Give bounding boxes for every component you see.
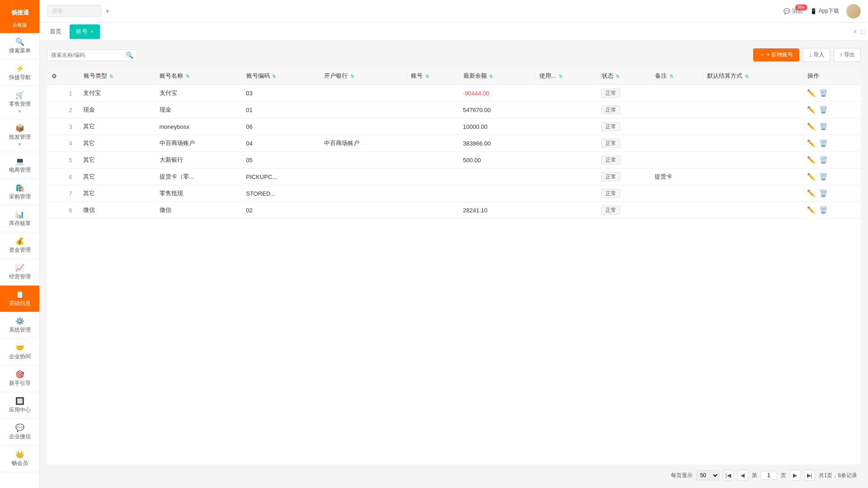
purchase-icon: 🛍️	[2, 183, 37, 192]
col-code[interactable]: 账号编码 ⇅	[242, 67, 321, 85]
sidebar-item-ecommerce-manage[interactable]: 💻 电商管理	[0, 152, 39, 179]
sidebar-item-label: 库存核算	[2, 220, 37, 227]
edit-button[interactable]: ✏️	[807, 139, 816, 147]
close-window-icon[interactable]: ×	[853, 28, 857, 35]
sort-icon: ⇅	[670, 74, 673, 79]
tab-close-icon[interactable]: ×	[90, 28, 94, 35]
col-type[interactable]: 账号类型 ⇅	[80, 67, 156, 85]
per-page-label: 每页显示	[671, 472, 693, 479]
sidebar-item-app-center[interactable]: 🔲 应用中心	[0, 392, 39, 419]
search-input[interactable]	[51, 52, 126, 58]
row-account	[407, 102, 459, 118]
edit-button[interactable]: ✏️	[807, 173, 816, 181]
delete-button[interactable]: 🗑️	[819, 89, 828, 97]
row-balance: 10000.00	[459, 118, 536, 135]
avatar[interactable]	[846, 4, 861, 19]
delete-button[interactable]: 🗑️	[819, 189, 828, 197]
row-index: 7	[61, 185, 80, 202]
row-action: ✏️ 🗑️	[803, 185, 861, 202]
col-default-settlement[interactable]: 默认结算方式 ⇅	[703, 67, 804, 85]
page-number-input[interactable]	[761, 471, 777, 480]
import-button[interactable]: ↓ 导入	[803, 48, 830, 62]
delete-button[interactable]: 🗑️	[819, 156, 828, 164]
delete-button[interactable]: 🗑️	[819, 173, 828, 181]
row-status: 正常	[598, 169, 651, 185]
table-row: 4 其它 中百商场账户 04 中百商场账户 383866.00 正常 ✏️ 🗑️	[47, 135, 861, 152]
sidebar-item-purchase-manage[interactable]: 🛍️ 采购管理	[0, 179, 39, 206]
sidebar-item-label: 系统管理	[2, 326, 37, 334]
sidebar-item-retail-manage[interactable]: 🛒 零售管理 ▼	[0, 86, 39, 119]
page-size-select[interactable]: 50 10 20 100	[696, 470, 719, 480]
col-status[interactable]: 状态 ⇅	[598, 67, 651, 85]
sort-icon: ⇅	[109, 74, 113, 79]
row-default-settlement	[703, 152, 804, 169]
sidebar-item-operation-manage[interactable]: 📈 经营管理	[0, 259, 39, 286]
row-type: 其它	[80, 118, 156, 135]
sidebar-item-label: 企业协同	[2, 353, 37, 361]
sidebar-item-label: 基础信息	[2, 300, 37, 307]
sidebar-item-label: 应用中心	[2, 406, 37, 414]
sidebar-item-system-manage[interactable]: ⚙️ 系统管理	[0, 312, 39, 339]
edit-button[interactable]: ✏️	[807, 122, 816, 131]
table-row: 7 其它 零售抵现 STORED... 正常 ✏️ 🗑️	[47, 185, 861, 202]
row-action: ✏️ 🗑️	[803, 202, 861, 219]
col-bank[interactable]: 开户银行 ⇅	[321, 67, 407, 85]
last-page-button[interactable]: ▶|	[804, 470, 815, 481]
row-balance: 500.00	[459, 152, 536, 169]
app-center-icon: 🔲	[2, 397, 37, 405]
edit-button[interactable]: ✏️	[807, 156, 816, 164]
delete-button[interactable]: 🗑️	[819, 139, 828, 147]
tab-account[interactable]: 账号 ×	[70, 24, 100, 39]
sidebar-item-enterprise-agreement[interactable]: 🤝 企业协同	[0, 339, 39, 366]
col-gear[interactable]: ⚙	[47, 67, 61, 85]
header-left: 搜索 ▼	[47, 5, 110, 17]
row-gear	[47, 102, 61, 118]
add-icon: ＋	[760, 51, 765, 59]
dropdown-icon: ▼	[105, 8, 110, 14]
delete-button[interactable]: 🗑️	[819, 122, 828, 131]
export-button[interactable]: ↑ 导出	[834, 48, 861, 62]
message-button[interactable]: 💬 消息 99+	[783, 7, 803, 15]
sidebar-item-label: 快捷导航	[2, 74, 37, 81]
first-page-button[interactable]: |◀	[723, 470, 734, 481]
col-account[interactable]: 账号 ⇅	[407, 67, 459, 85]
maximize-window-icon[interactable]: □	[861, 28, 864, 35]
status-badge: 正常	[601, 189, 620, 198]
app-download-button[interactable]: 📱 App下载	[810, 7, 839, 15]
delete-button[interactable]: 🗑️	[819, 106, 828, 114]
edit-button[interactable]: ✏️	[807, 106, 816, 114]
row-gear	[47, 152, 61, 169]
row-note	[651, 185, 703, 202]
col-usage[interactable]: 使用... ⇅	[536, 67, 598, 85]
prev-page-button[interactable]: ◀	[737, 470, 748, 481]
sidebar-item-enterprise-wechat[interactable]: 💬 企业微信	[0, 419, 39, 446]
row-default-settlement	[703, 85, 804, 102]
sidebar-item-new-guide[interactable]: 🎯 新手引导	[0, 366, 39, 392]
tab-home[interactable]: 首页	[43, 24, 68, 39]
edit-button[interactable]: ✏️	[807, 189, 816, 197]
row-code: 01	[242, 102, 321, 118]
sidebar-item-inventory-check[interactable]: 📊 库存核算	[0, 206, 39, 232]
col-name[interactable]: 账号名称 ⇅	[156, 67, 243, 85]
sidebar-item-capital-manage[interactable]: 💰 资金管理	[0, 232, 39, 259]
sidebar-item-member[interactable]: 👑 畅会员	[0, 446, 39, 472]
sidebar-item-shortcut[interactable]: ⚡ 快捷导航	[0, 60, 39, 86]
next-page-button[interactable]: ▶	[790, 470, 801, 481]
sidebar-item-basic-info[interactable]: 📋 基础信息	[0, 286, 39, 312]
row-balance: 28241.10	[459, 202, 536, 219]
delete-button[interactable]: 🗑️	[819, 206, 828, 214]
row-name: 零售抵现	[156, 185, 243, 202]
edit-button[interactable]: ✏️	[807, 89, 816, 97]
edit-button[interactable]: ✏️	[807, 206, 816, 214]
add-account-button[interactable]: ＋ + 新增账号	[753, 48, 799, 61]
sidebar-item-wholesale-manage[interactable]: 📦 批发管理 ▼	[0, 119, 39, 152]
sidebar-item-search-menu[interactable]: 🔍 搜索菜单	[0, 33, 39, 60]
row-type: 现金	[80, 102, 156, 118]
col-note[interactable]: 备注 ⇅	[651, 67, 703, 85]
col-balance[interactable]: 最新余额 ⇅	[459, 67, 536, 85]
search-icon[interactable]: 🔍	[126, 52, 133, 59]
row-balance: 547670.00	[459, 102, 536, 118]
row-usage	[536, 118, 598, 135]
row-bank	[321, 202, 407, 219]
app-logo: 畅捷通 乐账版	[0, 0, 39, 33]
